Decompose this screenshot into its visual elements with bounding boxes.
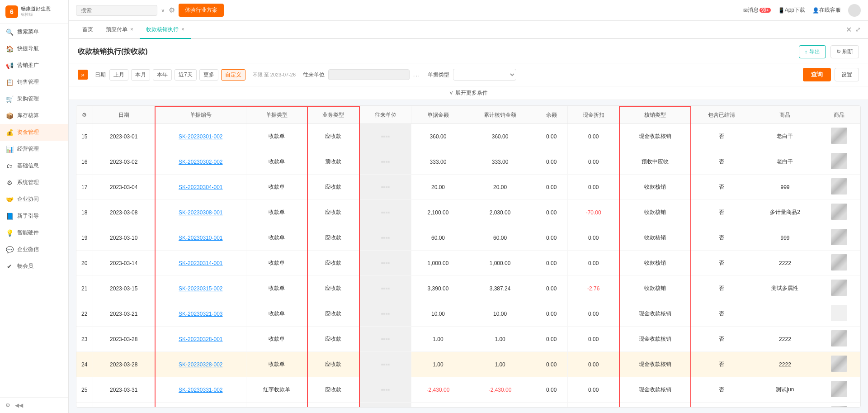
- row-balance: 0.00: [535, 225, 568, 251]
- product-image: [831, 128, 847, 144]
- row-slip-no[interactable]: SK-20230308-001: [155, 200, 246, 225]
- sidebar-item-finance[interactable]: 💰 资金管理: [0, 124, 68, 141]
- row-date: 2023-03-31: [93, 377, 155, 403]
- tabs-expand-icon[interactable]: ⤢: [855, 26, 861, 33]
- date-btn-this-month[interactable]: 本月: [131, 69, 150, 81]
- filter-bar: » 日期 上月 本月 本年 近7天 更多 自定义 不限 至 2023-07-26…: [69, 63, 868, 86]
- sidebar-item-member[interactable]: ✔ 畅会员: [0, 258, 68, 275]
- row-product: 老白干: [752, 149, 818, 175]
- row-product: 2222: [752, 352, 818, 377]
- sidebar-item-label: 企业微信: [17, 246, 39, 253]
- row-slip-no[interactable]: SK-20230302-002: [155, 149, 246, 175]
- tab-prepay-invoice[interactable]: 预应付单 ×: [99, 21, 140, 39]
- filter-expand-more[interactable]: ∨ 展开更多条件: [69, 86, 868, 100]
- sidebar-item-marketing[interactable]: 📢 营销推广: [0, 57, 68, 74]
- date-btn-7days[interactable]: 近7天: [175, 69, 197, 81]
- row-product-img: [818, 327, 860, 352]
- date-btn-more[interactable]: 更多: [199, 69, 218, 81]
- th-product: 商品: [752, 106, 818, 124]
- row-slip-no[interactable]: SK-20230321-003: [155, 301, 246, 327]
- sidebar-item-operations[interactable]: 📊 经营管理: [0, 141, 68, 157]
- sidebar-logo: 6 畅康道好生意 标推版: [0, 0, 68, 24]
- filter-expand-button[interactable]: »: [78, 70, 88, 80]
- settings-button[interactable]: 设置: [835, 68, 859, 81]
- row-include-settled: 否: [691, 276, 752, 301]
- row-slip-type: 收款单: [246, 352, 307, 377]
- sidebar-item-inventory[interactable]: 📦 库存核算: [0, 107, 68, 124]
- row-amount: 1.00: [411, 327, 465, 352]
- slip-type-select[interactable]: [453, 69, 516, 81]
- sidebar-item-guide[interactable]: 📘 新手引导: [0, 208, 68, 224]
- row-slip-no[interactable]: SK-20230315-002: [155, 276, 246, 301]
- row-cash-discount: -70.00: [568, 200, 620, 225]
- sidebar-item-wechat[interactable]: 💬 企业微信: [0, 241, 68, 258]
- sidebar-item-label: 基础信息: [17, 162, 39, 170]
- slip-type-label: 单据类型: [428, 71, 449, 79]
- row-balance: 0.00: [535, 352, 568, 377]
- row-product-img: [818, 149, 860, 175]
- refresh-button[interactable]: ↻ 刷新: [830, 45, 859, 58]
- collapse-icon[interactable]: ◀◀: [15, 402, 23, 408]
- sidebar-item-purchase[interactable]: 🛒 采购管理: [0, 90, 68, 107]
- row-product: 测试多属性: [752, 276, 818, 301]
- sidebar-item-quick-nav[interactable]: 🏠 快捷导航: [0, 40, 68, 57]
- solution-button[interactable]: 体验行业方案: [179, 4, 224, 17]
- row-product-img: [818, 403, 860, 408]
- avatar[interactable]: [848, 4, 861, 17]
- product-image: [831, 178, 847, 195]
- tab-close-prepay[interactable]: ×: [130, 26, 133, 33]
- date-btn-this-year[interactable]: 本年: [153, 69, 172, 81]
- row-slip-no[interactable]: SK-20230403-002: [155, 403, 246, 408]
- row-cancel-amount: 360.00: [465, 124, 535, 149]
- row-unit: ■■■■: [359, 251, 411, 276]
- tab-home[interactable]: 首页: [76, 21, 99, 39]
- tab-close-collection[interactable]: ×: [181, 26, 184, 33]
- row-slip-no[interactable]: SK-20230314-001: [155, 251, 246, 276]
- topbar-service[interactable]: 👤 在线客服: [812, 6, 841, 14]
- row-include-settled: 否: [691, 200, 752, 225]
- topbar-gear-icon[interactable]: ⚙: [169, 6, 175, 14]
- export-button[interactable]: ↑ 导出: [799, 45, 826, 58]
- date-btn-last-month[interactable]: 上月: [109, 69, 128, 81]
- sidebar-item-hardware[interactable]: 💡 智能硬件: [0, 224, 68, 241]
- row-number: 22: [76, 301, 93, 327]
- tab-collection-cancel[interactable]: 收款核销执行 ×: [140, 21, 191, 39]
- topbar-message[interactable]: ✉ 消息 99+: [743, 6, 771, 14]
- filter-dots[interactable]: ...: [413, 71, 420, 78]
- sidebar-bottom: ⚙ ◀◀: [0, 397, 68, 413]
- settings-bottom-icon[interactable]: ⚙: [5, 402, 10, 408]
- row-balance: 0.00: [535, 301, 568, 327]
- sidebar-item-enterprise[interactable]: 🤝 企业协同: [0, 191, 68, 208]
- row-biz-type: 应收款: [307, 352, 359, 377]
- sidebar-item-search[interactable]: 🔍 搜索菜单: [0, 24, 68, 40]
- row-slip-type: 收款单: [246, 403, 307, 408]
- th-gear[interactable]: ⚙: [76, 106, 93, 124]
- sidebar-item-label: 畅会员: [17, 262, 33, 270]
- topbar-search-input[interactable]: [76, 5, 157, 16]
- filter-actions: 查询 设置: [803, 68, 859, 81]
- sidebar-item-sales[interactable]: 📋 销售管理: [0, 74, 68, 90]
- unit-input[interactable]: [328, 69, 410, 80]
- date-btn-custom[interactable]: 自定义: [221, 69, 245, 81]
- row-slip-no[interactable]: SK-20230328-002: [155, 352, 246, 377]
- finance-icon: 💰: [5, 129, 14, 136]
- row-slip-no[interactable]: SK-20230301-002: [155, 124, 246, 149]
- row-amount: 2,100.00: [411, 200, 465, 225]
- table-row: 192023-03-10SK-20230310-001收款单应收款■■■■60.…: [76, 225, 860, 251]
- row-biz-type: 应收款: [307, 301, 359, 327]
- row-slip-type: 收款单: [246, 225, 307, 251]
- sidebar-item-system[interactable]: ⚙ 系统管理: [0, 174, 68, 191]
- row-slip-no[interactable]: SK-20230304-001: [155, 175, 246, 200]
- row-date: 2023-03-08: [93, 200, 155, 225]
- tabs-close-all-icon[interactable]: ✕: [846, 25, 852, 34]
- row-slip-no[interactable]: SK-20230331-002: [155, 377, 246, 403]
- topbar-app-download[interactable]: 📱 App下载: [778, 6, 805, 14]
- topbar-chevron-icon[interactable]: ∨: [161, 7, 165, 14]
- sidebar-item-basic[interactable]: 🗂 基础信息: [0, 157, 68, 174]
- row-slip-no[interactable]: SK-20230328-001: [155, 327, 246, 352]
- row-slip-type: 收款单: [246, 149, 307, 175]
- row-slip-no[interactable]: SK-20230310-001: [155, 225, 246, 251]
- query-button[interactable]: 查询: [803, 68, 831, 81]
- row-biz-type: 预收款: [307, 403, 359, 408]
- row-amount: 10.00: [411, 301, 465, 327]
